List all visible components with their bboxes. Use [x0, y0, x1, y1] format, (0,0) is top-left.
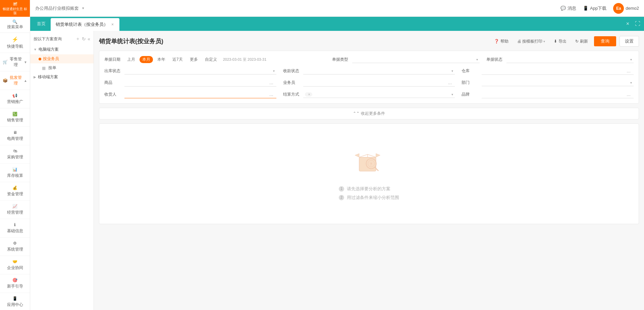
tree-by-order[interactable]: ▦ 按单	[30, 63, 94, 72]
sidebar-item-newbie[interactable]: 🎯 新手引导	[0, 274, 30, 293]
receipt-status-select[interactable]: ▾	[303, 68, 455, 74]
collapse-bar[interactable]: ⌃⌃ 收起更多条件	[99, 108, 639, 119]
consignee-input[interactable]	[126, 92, 268, 97]
app-center-icon: 📱	[12, 296, 17, 301]
quick-nav-icon: ⚡	[12, 36, 18, 43]
date-tab-custom[interactable]: 自定义	[202, 56, 220, 63]
print-icon: 🖨	[517, 39, 521, 44]
salesman-input[interactable]	[305, 80, 447, 85]
left-panel: 按以下方案查询 ＋ ↻ « ▼ 电脑端方案 按业务员 ▦ 按单 ▶	[30, 31, 94, 310]
message-btn[interactable]: 💬 消息	[560, 5, 576, 11]
filter-consignee-item: 收货人 ...	[104, 91, 276, 98]
inventory-icon: 📊	[12, 167, 17, 172]
retail-icon: 🛒	[3, 60, 8, 64]
sidebar-item-quick-nav[interactable]: ⚡ 快捷导航	[0, 33, 30, 53]
app-download-btn[interactable]: 📱 App下载	[583, 5, 606, 11]
header-right: 💬 消息 📱 App下载 Ea demo2	[560, 3, 639, 14]
date-tab-this-year[interactable]: 本年	[155, 56, 168, 63]
refresh-icon: ↻	[575, 39, 579, 44]
sidebar-item-marketing[interactable]: 📢 营销推广	[0, 90, 30, 108]
refresh-btn[interactable]: ↻ 刷新	[573, 37, 591, 46]
warehouse-dots-icon[interactable]: ...	[625, 68, 632, 73]
doc-status-label: 单据状态	[486, 57, 506, 62]
empty-tips: 1 请先选择要分析的方案 2 用过滤条件来缩小分析范围	[339, 186, 399, 203]
sidebar-item-system[interactable]: ⚙ 系统管理	[0, 238, 30, 256]
tree-mobile-section[interactable]: ▶ 移动端方案	[30, 72, 94, 82]
help-btn[interactable]: ❓ 帮助	[491, 37, 511, 46]
tab-maximize-btn[interactable]: ⛶	[633, 19, 642, 28]
user-profile[interactable]: Ea demo2	[613, 3, 639, 14]
tab-home[interactable]: 首页	[32, 17, 51, 31]
main-area: 办公用品行业模拟账套 ▾ 💬 消息 📱 App下载 Ea demo2 首页	[30, 0, 644, 310]
sidebar-item-finance[interactable]: 💰 资金管理	[0, 182, 30, 201]
tab-minimize-btn[interactable]: ×	[624, 19, 631, 28]
avatar: Ea	[613, 3, 624, 14]
settlement-label: 结算方式	[283, 92, 303, 97]
date-tab-7days[interactable]: 近7天	[170, 56, 185, 63]
sidebar-item-purchase[interactable]: 🛍 采购管理	[0, 145, 30, 164]
warehouse-input[interactable]	[483, 68, 625, 73]
tab-actions: × ⛶	[624, 19, 642, 28]
tab-close-icon[interactable]: ×	[111, 21, 114, 28]
settlement-clear-tag: ×	[305, 92, 312, 97]
settlement-clear-btn[interactable]: ×	[308, 93, 310, 96]
consignee-dots-icon[interactable]: ...	[268, 92, 275, 97]
dept-arrow-icon: ▾	[630, 81, 632, 85]
goods-dots-icon[interactable]: ...	[268, 80, 275, 85]
out-status-select[interactable]: ▾	[124, 68, 276, 74]
page-actions: ❓ 帮助 🖨 按模板打印 ▾ ⬇ 导出 ↻ 刷新	[491, 36, 639, 47]
retail-arrow-icon: ▼	[24, 60, 27, 64]
doc-status-select[interactable]: ▾	[506, 56, 634, 63]
app-logo: 好 畅捷通好生意 标版	[0, 0, 30, 17]
sidebar-sales-label: 销售管理	[7, 117, 23, 123]
sidebar-item-app-center[interactable]: 📱 应用中心	[0, 293, 30, 310]
goods-input[interactable]	[126, 80, 268, 85]
tab-sales-stat[interactable]: 销货单统计表（按业务员） ×	[51, 18, 119, 31]
brand-input[interactable]	[483, 92, 625, 97]
empty-state-icon: ?	[352, 145, 386, 179]
empty-tip-1: 1 请先选择要分析的方案	[339, 186, 399, 192]
tip-text-2: 用过滤条件来缩小分析范围	[347, 195, 399, 201]
settlement-arrow-icon: ▾	[451, 93, 453, 96]
sidebar-item-sales[interactable]: 💹 销售管理	[0, 108, 30, 127]
sidebar-marketing-label: 营销推广	[7, 99, 23, 105]
export-btn[interactable]: ⬇ 导出	[551, 37, 569, 46]
doc-type-select[interactable]: ▾	[352, 56, 479, 63]
sidebar-item-inventory[interactable]: 📊 库存核算	[0, 164, 30, 182]
sidebar-retail-label: 零售管理	[9, 56, 23, 68]
filter-row-3: 商品 ... 业务员 ...	[104, 79, 634, 87]
settings-btn[interactable]: 设置	[620, 36, 639, 47]
export-label: 导出	[558, 39, 567, 44]
sidebar-item-retail[interactable]: 🛒 零售管理 ▼	[0, 53, 30, 71]
help-label: 帮助	[500, 39, 508, 44]
add-scheme-btn[interactable]: ＋	[75, 36, 80, 42]
breadcrumb-dropdown-icon[interactable]: ▾	[82, 6, 84, 10]
dept-select[interactable]: ▾	[482, 80, 634, 86]
brand-dots-icon[interactable]: ...	[625, 92, 632, 97]
message-label: 消息	[568, 5, 576, 11]
marketing-icon: 📢	[12, 93, 17, 98]
date-tab-this-month[interactable]: 本月	[140, 56, 153, 63]
tree-by-salesman[interactable]: 按业务员	[30, 54, 94, 63]
sidebar-item-ecommerce[interactable]: 🖥 电商管理	[0, 127, 30, 145]
template-print-btn[interactable]: 🖨 按模板打印 ▾	[515, 37, 548, 46]
salesman-dots-icon[interactable]: ...	[447, 80, 453, 85]
breadcrumb-text: 办公用品行业模拟账套	[35, 5, 79, 11]
sidebar-purchase-label: 采购管理	[7, 154, 23, 160]
refresh-label: 刷新	[580, 39, 588, 44]
sidebar-item-operation[interactable]: 📈 经营管理	[0, 201, 30, 219]
sidebar-search[interactable]: 🔍 搜索菜单	[0, 17, 30, 33]
sidebar-item-enterprise[interactable]: 🤝 企业协同	[0, 256, 30, 274]
sidebar-inventory-label: 库存核算	[7, 173, 23, 178]
sidebar-item-wholesale[interactable]: 📦 批发管理 ▲	[0, 71, 30, 90]
date-tab-last-month[interactable]: 上月	[124, 56, 138, 63]
filter-row-2: 出库状态 ▾ 收款状态 ▾	[104, 67, 634, 75]
filter-out-status-item: 出库状态 ▾	[104, 68, 276, 74]
query-btn[interactable]: 查询	[594, 36, 616, 46]
sidebar-item-basic-info[interactable]: ℹ 基础信息	[0, 219, 30, 238]
tree-pc-section[interactable]: ▼ 电脑端方案	[30, 45, 94, 54]
collapse-panel-btn[interactable]: «	[88, 36, 90, 42]
date-tab-more[interactable]: 更多	[187, 56, 201, 63]
date-filter: 上月 本月 本年 近7天 更多 自定义 2023-03-01 至 2023-03…	[124, 56, 325, 63]
refresh-scheme-btn[interactable]: ↻	[82, 36, 86, 42]
